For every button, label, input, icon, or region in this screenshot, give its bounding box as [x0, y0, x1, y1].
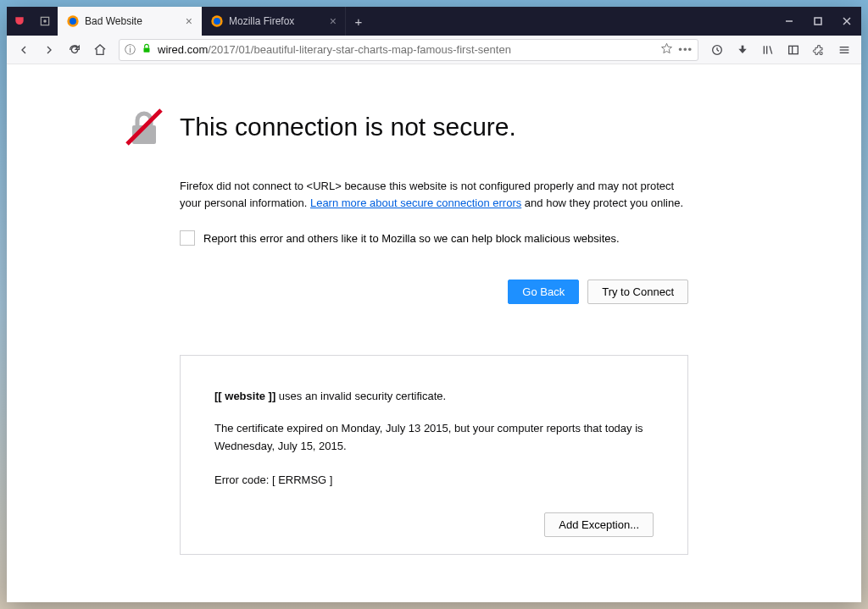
svg-point-5 — [214, 18, 220, 25]
url-domain: wired.com — [158, 43, 208, 56]
error-desc-after: and how they protect you online. — [521, 197, 683, 209]
svg-rect-7 — [815, 18, 821, 25]
detail-actions: Add Exception... — [214, 512, 654, 537]
lock-icon[interactable] — [141, 42, 153, 57]
maximize-button[interactable] — [804, 7, 832, 36]
add-exception-button[interactable]: Add Exception... — [544, 512, 654, 537]
tab-title: Mozilla Firefox — [229, 15, 294, 27]
extension-icon[interactable] — [807, 38, 831, 62]
error-header: This connection is not secure. — [124, 107, 688, 147]
titlebar-prefix — [7, 7, 58, 36]
svg-rect-19 — [789, 46, 798, 53]
page-actions-icon[interactable]: ••• — [678, 43, 693, 56]
svg-marker-14 — [738, 48, 746, 53]
url-bar[interactable]: ⓘ wired.com/2017/01/beautiful-literary-s… — [119, 39, 698, 61]
forward-button[interactable] — [37, 38, 61, 62]
error-title: This connection is not secure. — [180, 113, 516, 141]
info-icon[interactable]: ⓘ — [125, 42, 136, 58]
page-content: This connection is not secure. Firefox d… — [7, 64, 861, 602]
site-placeholder: [[ website ]] — [214, 390, 275, 402]
learn-more-link[interactable]: Learn more about secure connection error… — [310, 197, 521, 209]
go-back-button[interactable]: Go Back — [508, 280, 579, 304]
tab-title: Bad Website — [85, 15, 142, 27]
error-page: This connection is not secure. Firefox d… — [180, 107, 688, 555]
cert-line-1: [[ website ]] uses an invalid security c… — [214, 388, 654, 405]
svg-line-13 — [717, 50, 719, 51]
square-icon[interactable] — [32, 15, 58, 27]
home-button[interactable] — [88, 38, 112, 62]
svg-rect-10 — [144, 47, 150, 52]
report-checkbox[interactable] — [180, 230, 195, 246]
url-path: /2017/01/beautiful-literary-star-charts-… — [208, 43, 511, 56]
reading-list-icon[interactable] — [705, 38, 729, 62]
window-controls — [775, 7, 861, 36]
report-error-row: Report this error and others like it to … — [180, 230, 688, 246]
cert-invalid-text: uses an invalid security certificate. — [275, 390, 446, 402]
insecure-lock-icon — [124, 107, 164, 147]
library-icon[interactable] — [756, 38, 780, 62]
close-icon[interactable]: × — [186, 14, 192, 28]
cert-line-2: The certificate expired on Monday, July … — [214, 420, 654, 454]
report-label: Report this error and others like it to … — [203, 232, 620, 245]
browser-window: Bad Website × Mozilla Firefox × + — [7, 7, 861, 602]
error-code: Error code: [ ERRMSG ] — [214, 472, 654, 489]
back-button[interactable] — [12, 38, 36, 62]
navigation-toolbar: ⓘ wired.com/2017/01/beautiful-literary-s… — [7, 36, 861, 64]
svg-rect-15 — [742, 45, 744, 49]
svg-point-1 — [43, 19, 47, 23]
reload-button[interactable] — [63, 38, 86, 62]
new-tab-button[interactable]: + — [346, 7, 371, 36]
error-details: [[ website ]] uses an invalid security c… — [180, 355, 688, 555]
close-icon[interactable]: × — [330, 14, 337, 28]
tab-inactive[interactable]: Mozilla Firefox × — [202, 7, 346, 36]
menu-button[interactable] — [832, 38, 856, 62]
sidebar-icon[interactable] — [782, 38, 805, 62]
error-buttons: Go Back Try to Connect — [180, 280, 688, 304]
close-window-button[interactable] — [832, 7, 861, 36]
tab-active[interactable]: Bad Website × — [58, 7, 202, 36]
title-bar: Bad Website × Mozilla Firefox × + — [7, 7, 861, 36]
url-text: wired.com/2017/01/beautiful-literary-sta… — [158, 43, 655, 56]
error-description: Firefox did not connect to <URL> because… — [180, 178, 688, 212]
svg-point-3 — [70, 18, 76, 25]
firefox-icon — [210, 14, 224, 28]
bookmark-star-icon[interactable] — [660, 42, 673, 58]
try-connect-button[interactable]: Try to Connect — [587, 280, 688, 304]
svg-line-18 — [770, 46, 772, 53]
firefox-icon — [66, 14, 80, 28]
pocket-icon[interactable] — [7, 15, 32, 27]
minimize-button[interactable] — [775, 7, 804, 36]
downloads-icon[interactable] — [731, 38, 754, 62]
